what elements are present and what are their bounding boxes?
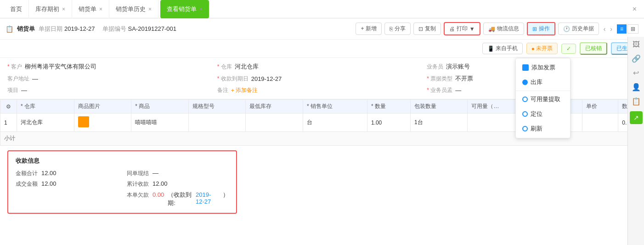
address-row: 客户地址 —: [7, 74, 217, 83]
history-button[interactable]: 🕐 历史单据: [558, 23, 599, 35]
add-note-button[interactable]: + 添加备注: [231, 86, 258, 94]
copy-icon: ⊡: [418, 26, 423, 32]
share-icon: ⎘: [390, 26, 393, 32]
due-date-prefix: （收款到期:: [168, 191, 192, 207]
row-img: [74, 114, 131, 132]
panel-undo-icon[interactable]: ↩: [633, 68, 639, 77]
payment-date-value: 2019-12-27: [251, 75, 282, 82]
col-product: * 商品: [131, 100, 189, 114]
bottom-info: 收款信息 金额合计 12.00 同单现结 — 成交金额 12.00 累计收款 1…: [7, 150, 237, 214]
row-product: 嘻嘻嘻嘻: [131, 114, 189, 132]
dropdown-outbound[interactable]: 出库: [516, 75, 570, 90]
ticket-type-label: 票据类型: [427, 75, 452, 83]
row-qty: 1.00: [367, 114, 410, 132]
settlement-row: 同单现结 —: [127, 170, 229, 177]
doc-icon: 📋: [6, 25, 13, 33]
not-open-button[interactable]: ● 未开票: [526, 43, 558, 54]
print-dropdown-arrow: ▼: [469, 26, 475, 32]
logistics-button[interactable]: 🚚 物流信息: [483, 23, 524, 35]
row-unit: 台: [303, 114, 367, 132]
customer-value: 柳州粤港平安气体有限公司: [25, 63, 96, 71]
view-grid-button[interactable]: ⊞: [627, 24, 638, 34]
amount-label: 金额合计: [16, 170, 38, 177]
next-arrow[interactable]: ›: [608, 24, 614, 34]
settlement-value: —: [153, 170, 158, 177]
mobile-icon: 📱: [487, 46, 494, 52]
cumulative-row: 累计收款 12.00: [127, 180, 229, 188]
operations-button[interactable]: ⊞ 操作: [528, 23, 554, 34]
print-button[interactable]: 🖨 打印 ▼: [445, 23, 480, 34]
panel-doc-icon[interactable]: 📋: [632, 97, 641, 106]
settlement-label: 同单现结: [127, 170, 149, 177]
view-list-button[interactable]: ≡: [617, 24, 627, 34]
address-value: —: [32, 75, 38, 82]
dropdown-refresh[interactable]: 刷新: [516, 121, 570, 136]
note-label: 备注: [217, 86, 228, 94]
panel-expand-icon[interactable]: ↗: [630, 111, 643, 124]
tab-bar: 首页 库存期初 × 销货单 × 销货单历史 × 查看销货单 × ×: [0, 0, 644, 18]
col-img: 商品图片: [74, 100, 131, 114]
project-row: 项目 —: [7, 86, 217, 94]
project-label: 项目: [7, 86, 18, 94]
row-spec: [188, 114, 246, 132]
panel-image-icon[interactable]: 🖼: [633, 40, 640, 49]
tab-sales-history[interactable]: 销货单历史 ×: [109, 0, 158, 18]
prev-arrow[interactable]: ‹: [602, 24, 608, 34]
panel-link-icon[interactable]: 🔗: [632, 54, 641, 63]
qty-extract-icon: [522, 97, 528, 102]
doc-number: 单据编号 SA-20191227-001: [102, 25, 177, 33]
window-close-button[interactable]: ×: [629, 3, 640, 15]
col-settings[interactable]: ⚙: [0, 100, 17, 114]
staff2-value: —: [455, 87, 461, 94]
tab-home[interactable]: 首页: [4, 0, 29, 18]
amount-value: 12.00: [41, 170, 56, 177]
warehouse-label: 仓库: [217, 63, 232, 71]
project-value: —: [21, 87, 27, 94]
tab-close-history[interactable]: ×: [148, 6, 152, 12]
tab-view-sales[interactable]: 查看销货单 ×: [160, 0, 209, 18]
plus-icon: +: [231, 87, 234, 94]
doc-title-area: 📋 销货单 单据日期 2019-12-27 单据编号 SA-20191227-0…: [6, 25, 352, 33]
logistics-icon: 🚚: [488, 26, 495, 32]
locate-icon: [522, 111, 528, 117]
arrears-label: 本单欠款: [127, 191, 149, 199]
tab-sales-order[interactable]: 销货单 ×: [72, 0, 109, 18]
share-button[interactable]: ⎘ 分享: [384, 23, 411, 35]
new-button[interactable]: + 新增: [356, 23, 381, 35]
payment-date-row: 收款到期日 2019-12-27: [217, 74, 427, 83]
ticket-icon: ●: [531, 46, 535, 52]
panel-user-icon[interactable]: 👤: [632, 83, 641, 91]
dropdown-qty-extract[interactable]: 可用量提取: [516, 92, 570, 107]
dropdown-locate[interactable]: 定位: [516, 107, 570, 121]
copy-button[interactable]: ⊡ 复制: [413, 23, 441, 35]
tab-close-view[interactable]: ×: [199, 6, 203, 12]
sold-out-button[interactable]: 已核销: [580, 42, 607, 55]
confirm-button[interactable]: ✓: [561, 44, 576, 54]
warehouse-value: 河北仓库: [235, 63, 259, 71]
tab-close-sales[interactable]: ×: [99, 6, 102, 12]
add-invoice-icon: [522, 64, 529, 71]
customer-label: 客户: [7, 63, 22, 71]
print-icon: 🖨: [449, 26, 455, 32]
tab-close-inventory[interactable]: ×: [62, 6, 65, 12]
row-min-stock: [246, 114, 303, 132]
amount-row: 金额合计 12.00: [16, 170, 118, 177]
info-title: 收款信息: [16, 157, 229, 165]
history-icon: 🕐: [563, 26, 570, 32]
from-mobile-button[interactable]: 📱 来自手机: [482, 43, 523, 54]
row-warehouse: 河北仓库: [17, 114, 74, 132]
doc-date-label: 单据日期 2019-12-27: [39, 25, 95, 33]
dropdown-add-invoice[interactable]: 添加发票: [516, 60, 570, 75]
arrears-value: 0.00: [153, 191, 164, 198]
view-toggle: ≡ ⊞: [617, 24, 638, 34]
outbound-icon: [522, 80, 528, 85]
main-content: 📋 销货单 单据日期 2019-12-27 单据编号 SA-20191227-0…: [0, 18, 644, 245]
address-label: 客户地址: [7, 75, 29, 83]
due-date-value: 2019-12-27: [196, 191, 219, 205]
transaction-label: 成交金额: [16, 180, 38, 188]
operations-icon: ⊞: [532, 26, 537, 32]
tab-inventory-init[interactable]: 库存期初 ×: [29, 0, 72, 18]
doc-actions: + 新增 ⎘ 分享 ⊡ 复制 🖨 打印 ▼ 🚚: [356, 22, 638, 35]
transaction-row: 成交金额 12.00: [16, 180, 118, 188]
operations-button-wrapper: ⊞ 操作: [527, 22, 555, 35]
